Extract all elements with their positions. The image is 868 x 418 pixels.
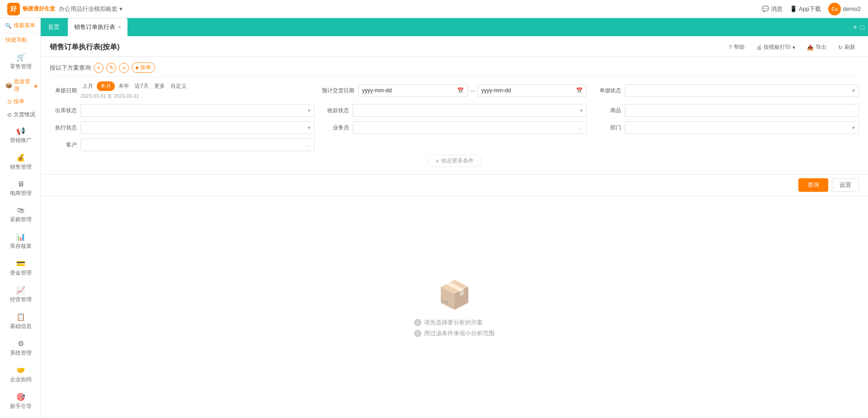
- query-button[interactable]: 查询: [798, 178, 828, 192]
- date-7days[interactable]: 近7天: [133, 81, 151, 91]
- doc-status-select[interactable]: ▾: [625, 84, 859, 97]
- salesman-label: 业务员: [322, 124, 349, 132]
- sidebar-item-guide[interactable]: 🎯 新手引导: [0, 388, 40, 415]
- empty-state: 📦 1 请先选择要分析的方案 2 用过滤条件来缩小分析范围: [41, 196, 868, 418]
- export-button[interactable]: 📤 导出: [803, 42, 830, 53]
- sidebar-item-coop[interactable]: 🤝 企业协同: [0, 361, 40, 388]
- sidebar-item-press-order[interactable]: ⊙ 按单: [0, 95, 40, 108]
- filter-exec-status: 执行状态 ▾: [50, 121, 315, 134]
- sidebar-item-owed[interactable]: ⊙ 欠货情况: [0, 108, 40, 121]
- dept-select[interactable]: ▾: [625, 121, 859, 134]
- app-download-button[interactable]: 📱 App下载: [790, 5, 821, 13]
- goods-label: 商品: [594, 107, 621, 114]
- date-current-month[interactable]: 本月: [97, 81, 115, 91]
- sidebar-item-basic[interactable]: 📋 基础信息: [0, 308, 40, 335]
- sidebar-item-system[interactable]: ⚙ 系统管理: [0, 335, 40, 361]
- message-button[interactable]: 💬 消息: [762, 5, 783, 13]
- calendar-icon: 📅: [576, 87, 583, 94]
- page-header-actions: ? 帮助 🖨 按模板打印 ▾ 📤 导出 ↻ 刷新: [725, 42, 859, 53]
- collapse-scheme-button[interactable]: «: [119, 63, 129, 73]
- tab-bar-actions: × □: [853, 24, 868, 31]
- selected-scheme[interactable]: 按单: [132, 62, 155, 73]
- sidebar-item-label: 基础信息: [10, 323, 32, 330]
- collection-status-select[interactable]: ▾: [353, 104, 587, 117]
- scheme-dot: [136, 66, 138, 69]
- collapse-more-button[interactable]: ∧ 收起更多条件: [428, 155, 481, 167]
- sidebar-item-inventory[interactable]: 📊 库存核算: [0, 228, 40, 255]
- tip-num-1: 1: [414, 319, 421, 326]
- sidebar-item-operation[interactable]: 📈 经营管理: [0, 281, 40, 308]
- setting-button[interactable]: 设置: [832, 178, 859, 192]
- date-custom[interactable]: 自定义: [169, 81, 189, 91]
- edit-scheme-button[interactable]: ✎: [106, 63, 116, 73]
- sidebar-item-sales[interactable]: 💰 销售管理: [0, 149, 40, 176]
- user-menu[interactable]: Ea demo2: [828, 3, 861, 15]
- add-scheme-button[interactable]: +: [94, 63, 104, 73]
- help-icon: ?: [729, 44, 732, 51]
- collection-status-label: 收款状态: [322, 107, 349, 114]
- start-placeholder: yyyy-mm-dd: [362, 87, 392, 94]
- inventory-icon: 📊: [16, 233, 25, 241]
- expected-date-start[interactable]: yyyy-mm-dd 📅: [358, 84, 468, 97]
- sidebar-sub-wholesale: ⊙ 按单 ⊙ 欠货情况: [0, 94, 40, 122]
- date-range-hint: 2023-03-01 至 2023-03-31: [80, 93, 315, 100]
- print-button[interactable]: 🖨 按模板打印 ▾: [753, 42, 799, 53]
- sidebar-item-finance[interactable]: 💳 资金管理: [0, 255, 40, 281]
- tab-home[interactable]: 首页: [41, 18, 67, 36]
- retail-icon: 🛒: [16, 53, 25, 62]
- tab-maximize-icon[interactable]: □: [861, 24, 864, 31]
- refresh-icon: ↻: [838, 44, 843, 51]
- tab-minimize-icon[interactable]: ×: [853, 24, 857, 31]
- circle-icon: ⊙: [7, 99, 12, 105]
- sidebar-item-label: 系统管理: [10, 349, 32, 357]
- sidebar-search[interactable]: 🔍 搜索菜单: [0, 18, 40, 33]
- salesman-input[interactable]: …: [353, 121, 587, 134]
- top-bar-right: 💬 消息 📱 App下载 Ea demo2: [762, 3, 861, 15]
- customer-input[interactable]: …: [80, 138, 315, 151]
- help-button[interactable]: ? 帮助: [725, 42, 748, 53]
- goods-input[interactable]: …: [625, 104, 859, 117]
- empty-tips: 1 请先选择要分析的方案 2 用过滤条件来缩小分析范围: [414, 318, 495, 337]
- sidebar-item-ecommerce[interactable]: 🖥 电商管理: [0, 176, 40, 202]
- sidebar-item-retail[interactable]: 🛒 零售管理: [0, 48, 40, 75]
- coop-icon: 🤝: [16, 366, 25, 375]
- date-prev-month[interactable]: 上月: [80, 81, 95, 91]
- date-more[interactable]: 更多: [152, 81, 167, 91]
- empty-illustration: 📦: [436, 277, 472, 313]
- sidebar-item-label: 销售管理: [10, 163, 32, 171]
- out-status-select[interactable]: ▾: [80, 104, 315, 117]
- exec-status-select[interactable]: ▾: [80, 121, 315, 134]
- basic-icon: 📋: [16, 313, 25, 321]
- top-bar: 好 畅捷通好生意 办公用品行业模拟账套 ▾ 💬 消息 📱 App下载 Ea de…: [0, 0, 868, 18]
- dept-label: 部门: [594, 124, 621, 132]
- expected-date-label: 预计交货日期: [322, 87, 354, 95]
- sidebar-item-purchase[interactable]: 🛍 采购管理: [0, 202, 40, 228]
- tab-close-icon[interactable]: ×: [118, 24, 121, 30]
- scheme-actions: + ✎ «: [94, 63, 129, 73]
- sidebar-item-marketing[interactable]: 📢 营销推广: [0, 122, 40, 149]
- date-tabs: 上月 本月 本年 近7天 更多 自定义: [80, 81, 315, 91]
- date-this-year[interactable]: 本年: [117, 81, 131, 91]
- chevron-down-icon: ▾: [793, 44, 795, 51]
- filter-dept: 部门 ▾: [594, 121, 859, 134]
- chevron-down-icon: ▾: [308, 108, 311, 114]
- sales-icon: 💰: [16, 153, 25, 162]
- refresh-button[interactable]: ↻ 刷新: [835, 42, 859, 53]
- sidebar-item-label: 企业协同: [10, 376, 32, 384]
- tab-active[interactable]: 销售订单执行表 ×: [68, 18, 127, 36]
- expected-date-end[interactable]: yyyy-mm-dd 📅: [477, 84, 587, 97]
- industry-selector[interactable]: 办公用品行业模拟账套 ▾: [59, 5, 123, 13]
- calendar-icon: 📅: [457, 87, 464, 94]
- search-area: 按以下方案查询 + ✎ « 按单: [41, 57, 868, 175]
- sidebar-item-wholesale[interactable]: 📦 批发管理 ▲: [0, 75, 40, 94]
- logo-area: 好 畅捷通好生意: [7, 3, 55, 15]
- package-icon: 📦: [5, 82, 12, 89]
- page-header: 销售订单执行表(按单) ? 帮助 🖨 按模板打印 ▾ 📤 导出 ↻ 刷新: [41, 36, 868, 57]
- sidebar-item-apps[interactable]: 🗂 应用中心: [0, 415, 40, 418]
- filter-goods: 商品 …: [594, 104, 859, 117]
- logo-icon: 好: [7, 3, 20, 15]
- quick-nav[interactable]: 快捷导航: [0, 33, 40, 45]
- ecommerce-icon: 🖥: [17, 180, 24, 188]
- search-scheme: 按以下方案查询 + ✎ « 按单: [50, 62, 859, 77]
- doc-status-label: 单据状态: [594, 87, 621, 95]
